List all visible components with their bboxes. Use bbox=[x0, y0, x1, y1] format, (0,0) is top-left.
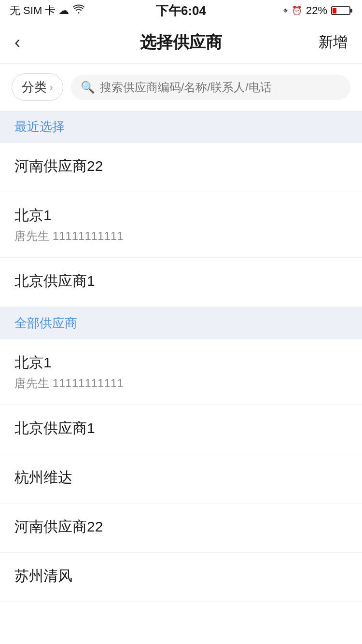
list-item[interactable]: 北京1 唐先生 11111111111 bbox=[0, 339, 362, 405]
wifi-icon bbox=[73, 4, 84, 17]
list-item[interactable]: 河南供应商22 bbox=[0, 143, 362, 192]
search-bar: 分类 › 🔍 bbox=[0, 64, 362, 111]
chevron-right-icon: › bbox=[50, 82, 53, 93]
list-item[interactable]: 北京供应商1 bbox=[0, 405, 362, 454]
recent-section-label: 最近选择 bbox=[14, 119, 65, 134]
recent-items-list: 河南供应商22 北京1 唐先生 11111111111 北京供应商1 bbox=[0, 143, 362, 307]
location-icon: ⌖ bbox=[283, 6, 288, 16]
item-name: 河南供应商22 bbox=[14, 156, 348, 176]
status-right: ⌖ ⏰ 22% bbox=[283, 4, 352, 17]
list-item[interactable]: 苏州清风 bbox=[0, 553, 362, 602]
list-item[interactable]: 河南供应商22 bbox=[0, 504, 362, 553]
back-button[interactable]: ‹ bbox=[14, 32, 43, 53]
item-name: 北京供应商1 bbox=[14, 271, 348, 291]
status-time: 下午6:04 bbox=[156, 2, 206, 19]
status-left: 无 SIM 卡 ☁ bbox=[10, 3, 84, 18]
battery-icon bbox=[331, 6, 352, 15]
status-bar: 无 SIM 卡 ☁ 下午6:04 ⌖ ⏰ 22% bbox=[0, 0, 362, 21]
list-item[interactable]: 杭州维达 bbox=[0, 454, 362, 504]
battery-percentage: 22% bbox=[306, 4, 327, 17]
no-sim-label: 无 SIM 卡 ☁ bbox=[10, 3, 69, 18]
list-item[interactable]: 北京1 唐先生 11111111111 bbox=[0, 192, 362, 258]
search-input[interactable] bbox=[100, 81, 341, 94]
nav-bar: ‹ 选择供应商 新增 bbox=[0, 21, 362, 64]
item-name: 杭州维达 bbox=[14, 468, 348, 488]
recent-section-header: 最近选择 bbox=[0, 111, 362, 143]
category-label: 分类 bbox=[22, 79, 47, 96]
item-sub: 唐先生 11111111111 bbox=[14, 228, 348, 244]
item-name: 河南供应商22 bbox=[14, 517, 348, 537]
category-button[interactable]: 分类 › bbox=[12, 73, 63, 101]
item-sub: 唐先生 11111111111 bbox=[14, 376, 348, 391]
search-input-wrapper[interactable]: 🔍 bbox=[71, 75, 350, 100]
all-section-label: 全部供应商 bbox=[14, 316, 77, 330]
all-section-header: 全部供应商 bbox=[0, 307, 362, 339]
all-items-list: 北京1 唐先生 11111111111 北京供应商1 杭州维达 河南供应商22 … bbox=[0, 339, 362, 602]
item-name: 北京供应商1 bbox=[14, 419, 348, 438]
alarm-icon: ⏰ bbox=[292, 5, 302, 16]
list-item[interactable]: 北京供应商1 bbox=[0, 258, 362, 307]
search-icon: 🔍 bbox=[81, 81, 95, 94]
page-title: 选择供应商 bbox=[140, 31, 222, 54]
item-name: 北京1 bbox=[14, 353, 348, 373]
item-name: 苏州清风 bbox=[14, 566, 348, 586]
add-button[interactable]: 新增 bbox=[319, 32, 348, 52]
item-name: 北京1 bbox=[14, 206, 348, 225]
